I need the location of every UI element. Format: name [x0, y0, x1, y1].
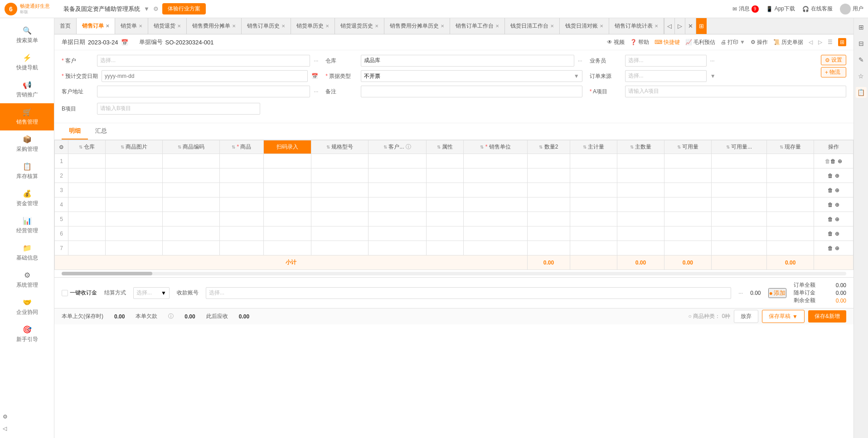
print-dropdown-icon[interactable]: ▼ [740, 39, 745, 45]
row-2-copy-icon[interactable]: ⊕ [835, 173, 839, 179]
row-1-warehouse[interactable] [68, 154, 106, 168]
th-product[interactable]: ⇅ 商品 [219, 140, 263, 154]
tab-sales-sheet-history[interactable]: 销货单历史 ✕ [291, 18, 335, 34]
row-3-warehouse[interactable] [68, 183, 106, 197]
th-available2[interactable]: ⇅ 可用量... [711, 140, 766, 154]
row-2-delete-icon[interactable]: 🗑 [828, 173, 833, 179]
row-6-delete-icon[interactable]: 🗑 [828, 231, 833, 237]
row-2-scan[interactable] [263, 168, 311, 183]
tab-cash-daily-workbench[interactable]: 钱货日清工作台 ✕ [505, 18, 560, 34]
agent-input[interactable]: 选择... [625, 55, 707, 67]
sidebar-item-system[interactable]: ⚙ 系统管理 [0, 266, 54, 294]
row-1-available[interactable] [664, 154, 711, 168]
table-settings-icon[interactable]: ⚙ [59, 144, 64, 150]
sidebar-collapse-button[interactable]: ◁ [0, 423, 54, 434]
row-1-stock[interactable] [767, 154, 814, 168]
row-1-code[interactable] [162, 154, 219, 168]
sidebar-item-marketing[interactable]: 📢 营销推广 [0, 76, 54, 103]
table-scrollbar[interactable] [54, 272, 853, 275]
tab-sales-return-history-close-icon[interactable]: ✕ [375, 24, 378, 29]
delivery-date-input[interactable] [102, 70, 308, 82]
sidebar-item-finance[interactable]: 💰 资金管理 [0, 185, 54, 212]
tab-sales-order-close-icon[interactable]: ✕ [106, 24, 109, 29]
th-settings[interactable]: ⚙ [55, 140, 68, 154]
tab-sales-order-history[interactable]: 销售订单历史 ✕ [242, 18, 291, 34]
th-product-code[interactable]: ⇅ 商品编码 [162, 140, 219, 154]
app-download-button[interactable]: 📱 App下载 [766, 5, 795, 13]
row-2-available2[interactable] [711, 168, 766, 183]
tab-cash-daily-reconcile[interactable]: 钱货日清对账 ✕ [560, 18, 609, 34]
th-qty2[interactable]: ⇅ 数量2 [527, 140, 570, 154]
delivery-calendar-icon[interactable]: 📅 [311, 73, 318, 79]
save-draft-button[interactable]: 保存草稿 ▼ [762, 310, 805, 323]
row-1-delete-icon[interactable]: 🗑 [825, 158, 836, 164]
tab-sales-fee-history-close-icon[interactable]: ✕ [441, 24, 444, 29]
row-2-qty2[interactable] [527, 168, 570, 183]
tab-cash-daily-reconcile-close-icon[interactable]: ✕ [600, 24, 603, 29]
address-input[interactable] [97, 86, 310, 97]
th-attribute[interactable]: ⇅ 属性 [427, 140, 464, 154]
tab-sales-order-history-close-icon[interactable]: ✕ [281, 24, 285, 29]
settings-gear-icon[interactable]: ⚙ [153, 5, 159, 12]
row-2-unit[interactable] [464, 168, 528, 183]
sidebar-item-sales[interactable]: 🛒 销售管理 [0, 103, 54, 130]
operation-button[interactable]: ⚙ 操作 [751, 39, 768, 46]
sidebar-item-purchase[interactable]: 📦 采购管理 [0, 130, 54, 158]
customer-code-info-icon[interactable]: ⓘ [406, 144, 411, 150]
tab-sales-order[interactable]: 销售订单 ✕ [77, 18, 115, 34]
th-sales-unit[interactable]: ⇅ 销售单位 [464, 140, 528, 154]
tab-sales-fee-split-close-icon[interactable]: ✕ [232, 24, 236, 29]
tab-home[interactable]: 首页 [54, 18, 77, 34]
row-3-delete-icon[interactable]: 🗑 [828, 187, 833, 193]
tab-sales-fee-history[interactable]: 销售费用分摊单历史 ✕ [384, 18, 450, 34]
invoice-type-select[interactable]: 不开票 ▼ [361, 70, 582, 82]
add-material-button[interactable]: + 物流 [821, 67, 846, 77]
row-1-main-qty[interactable] [617, 154, 664, 168]
order-source-input[interactable]: 选择... [625, 70, 707, 82]
one-click-order-checkbox[interactable]: 一键收订金 [62, 289, 97, 297]
tab-sales-order-workbench[interactable]: 销售订单工作台 ✕ [450, 18, 505, 34]
order-date-value[interactable]: 2023-03-24 [88, 39, 118, 46]
row-1-customer-code[interactable] [368, 154, 427, 168]
address-more-icon[interactable]: ··· [314, 88, 318, 95]
view-button[interactable]: 👁 视频 [607, 39, 625, 46]
right-panel-icon-2[interactable]: ⊟ [856, 38, 867, 49]
pager-prev-icon[interactable]: ◁ [809, 39, 813, 45]
row-3-copy-icon[interactable]: ⊕ [835, 187, 839, 193]
tab-close-all-button[interactable]: ✕ [685, 18, 696, 34]
row-1-scan[interactable] [263, 154, 311, 168]
scroll-thumb[interactable] [62, 272, 152, 275]
customer-input[interactable]: 选择... [97, 55, 310, 67]
row-1-copy-icon[interactable]: ⊕ [838, 158, 842, 164]
discard-button[interactable]: 放弃 [734, 310, 758, 323]
payment-method-select[interactable]: 选择... ▼ [133, 287, 170, 299]
th-main-qty[interactable]: ⇅ 主数量 [617, 140, 664, 154]
row-4-delete-icon[interactable]: 🗑 [828, 202, 833, 208]
tab-cash-daily-workbench-close-icon[interactable]: ✕ [550, 24, 554, 29]
tab-sales-sheet-close-icon[interactable]: ✕ [139, 24, 142, 29]
calendar-icon[interactable]: 📅 [121, 39, 128, 46]
bank-account-more-icon[interactable]: ··· [738, 290, 743, 296]
tab-sales-order-workbench-close-icon[interactable]: ✕ [495, 24, 499, 29]
row-1-spec[interactable] [311, 154, 368, 168]
row-1-main-unit[interactable] [570, 154, 617, 168]
bank-account-input[interactable]: 选择... [206, 287, 731, 299]
right-panel-icon-3[interactable]: ✎ [856, 54, 867, 65]
right-panel-icon-1[interactable]: ⊞ [856, 22, 867, 33]
tab-prev-button[interactable]: ◁ [664, 18, 674, 34]
settings-button[interactable]: ⚙ 设置 [821, 55, 846, 65]
row-2-customer-code[interactable] [368, 168, 427, 183]
sidebar-item-enterprise[interactable]: 🤝 企业协同 [0, 294, 54, 321]
row-5-delete-icon[interactable]: 🗑 [828, 216, 833, 222]
row-4-copy-icon[interactable]: ⊕ [835, 202, 839, 208]
row-1-img[interactable] [105, 154, 162, 168]
row-2-available[interactable] [664, 168, 711, 183]
th-scan[interactable]: 扫码录入 [263, 140, 311, 154]
row-2-product[interactable] [219, 168, 263, 183]
sidebar-item-guide[interactable]: 🎯 新手引导 [0, 321, 54, 348]
message-button[interactable]: ✉ 消息 9 [732, 5, 759, 13]
warehouse-more-icon[interactable]: ··· [578, 58, 582, 64]
row-7-copy-icon[interactable]: ⊕ [835, 245, 839, 251]
current-owe-info-icon[interactable]: ⓘ [168, 313, 174, 320]
th-stock[interactable]: ⇅ 现存量 [767, 140, 814, 154]
